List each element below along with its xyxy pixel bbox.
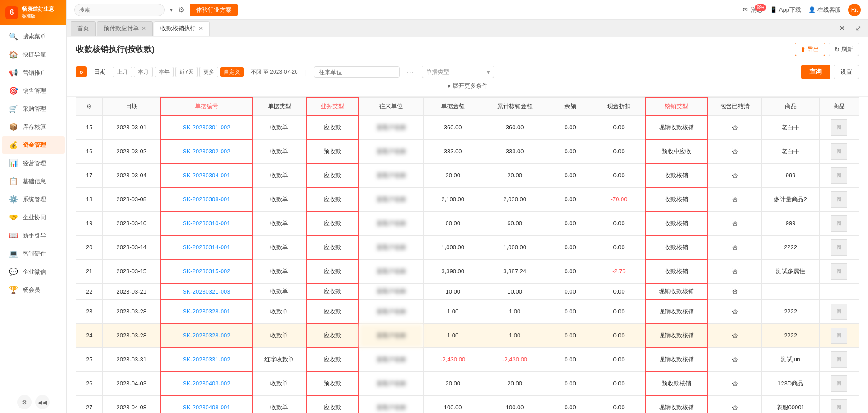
sidebar-item-enterprise[interactable]: 🤝 企业协同 [2,209,65,226]
service-label: 在线客服 [817,6,841,14]
cell-voucher-no[interactable]: SK-20230331-002 [161,347,252,371]
voucher-no-link[interactable]: SK-20230315-002 [183,268,231,275]
date-btn-last-month[interactable]: 上月 [113,67,132,77]
date-btn-more[interactable]: 更多 [199,67,218,77]
tab-receipts[interactable]: 收款核销执行✕ [154,21,210,36]
cell-voucher-no[interactable]: SK-20230321-003 [161,283,252,299]
cell-voucher-type: 收款单 [252,299,307,323]
sidebar-item-finance[interactable]: 💰 资金管理 [2,136,65,154]
sidebar-collapse-btn[interactable]: ◀◀ [35,395,50,409]
sidebar-item-purchase[interactable]: 🛒 采购管理 [2,100,65,118]
cell-voucher-type: 收款单 [252,323,307,347]
voucher-no-link[interactable]: SK-20230308-001 [183,196,231,203]
cell-voucher-no[interactable]: SK-20230328-001 [161,299,252,323]
cell-voucher-no[interactable]: SK-20230308-001 [161,187,252,211]
logo-title: 畅康道好生意 [22,6,54,13]
goods-thumbnail-img: 图 [831,263,847,280]
voucher-no-link[interactable]: SK-20230331-002 [183,356,231,363]
cell-include-settled: 否 [708,371,761,395]
voucher-no-link[interactable]: SK-20230408-001 [183,404,231,411]
cell-date: 2023-03-08 [102,187,161,211]
cell-voucher-no[interactable]: SK-20230408-001 [161,395,252,413]
sidebar-item-sales[interactable]: 🎯 销售管理 [2,82,65,100]
topbar-search-input[interactable] [74,4,165,16]
cell-index: 25 [76,347,103,371]
voucher-no-link[interactable]: SK-20230302-002 [183,148,231,155]
query-btn[interactable]: 查询 [801,65,830,79]
voucher-type-select[interactable]: 单据类型 ▾ [422,66,494,78]
marketing-icon: 📢 [9,68,18,77]
date-btn-this-month[interactable]: 本月 [134,67,153,77]
solution-btn[interactable]: 体验行业方案 [190,4,238,16]
export-btn[interactable]: ⬆ 导出 [795,43,825,56]
date-btn-this-year[interactable]: 本年 [155,67,174,77]
refresh-btn[interactable]: ↻ 刷新 [829,43,859,56]
cell-partner: 某客户名称 [359,347,424,371]
voucher-no-link[interactable]: SK-20230304-001 [183,172,231,179]
sidebar-item-guide[interactable]: 📖 新手引导 [2,227,65,244]
search-icon: 🔍 [9,32,18,41]
cell-write-off-type: 现销收款核销 [645,115,708,139]
cell-voucher-no[interactable]: SK-20230302-002 [161,139,252,163]
cell-voucher-no[interactable]: SK-20230301-002 [161,115,252,139]
table-row: 212023-03-15SK-20230315-002收款单应收款某客户名称3,… [76,259,859,283]
partner-input[interactable] [314,66,400,78]
cell-voucher-no[interactable]: SK-20230304-001 [161,163,252,187]
cell-index: 16 [76,139,103,163]
voucher-no-link[interactable]: SK-20230321-003 [183,288,231,295]
cell-voucher-no[interactable]: SK-20230314-001 [161,235,252,259]
topbar-gear-icon[interactable]: ⚙ [178,5,184,14]
sidebar-item-hardware[interactable]: 💻 智能硬件 [2,245,65,262]
cell-write-off-type: 收款核销 [645,235,708,259]
voucher-no-link[interactable]: SK-20230314-001 [183,244,231,251]
tab-home[interactable]: 首页 [71,21,96,36]
filter-row: » 日期 上月 本月 本年 近7天 更多 自定义 不限 至 2023-07-26… [76,65,859,79]
col-header-index: ⚙ [76,97,103,115]
sidebar-item-basic[interactable]: 📋 基础信息 [2,172,65,190]
sidebar-item-system[interactable]: ⚙️ 系统管理 [2,190,65,208]
cell-include-settled: 否 [708,163,761,187]
date-btn-custom[interactable]: 自定义 [220,67,244,77]
tab-close-receipts[interactable]: ✕ [198,25,203,32]
voucher-no-link[interactable]: SK-20230310-001 [183,220,231,227]
sidebar-settings-btn[interactable]: ⚙ [17,395,32,409]
table-scroll[interactable]: ⚙日期单据编号单据类型业务类型往来单位单据金额累计核销金额余额现金折扣核销类型包… [76,97,859,413]
date-btn-7days[interactable]: 近7天 [175,67,198,77]
sidebar-item-inventory[interactable]: 📦 库存核算 [2,118,65,136]
user-avatar[interactable]: Rit [848,4,861,16]
purchase-icon: 🛒 [9,104,18,113]
settings-btn[interactable]: 设置 [834,65,859,79]
sidebar-item-search[interactable]: 🔍 搜索菜单 [2,28,65,45]
cell-voucher-no[interactable]: SK-20230310-001 [161,211,252,235]
sidebar-item-quicknav[interactable]: 🏠 快捷导航 [2,46,65,63]
expand-window-btn[interactable]: ⤢ [852,22,864,35]
cell-biz-type: 应收款 [306,395,358,413]
cell-voucher-type: 红字收款单 [252,347,307,371]
voucher-no-link[interactable]: SK-20230403-002 [183,380,231,387]
message-icon-area[interactable]: ✉ 99+ 消息 [743,6,763,14]
app-download-btn[interactable]: 📱 App下载 [770,6,801,14]
cell-voucher-no[interactable]: SK-20230315-002 [161,259,252,283]
filter-expand-btn[interactable]: » [76,66,87,77]
online-service-btn[interactable]: 👤 在线客服 [808,6,841,14]
voucher-no-link[interactable]: SK-20230301-002 [183,124,231,131]
cell-voucher-no[interactable]: SK-20230328-002 [161,323,252,347]
table-row: 272023-04-08SK-20230408-001收款单应收款某客户名称10… [76,395,859,413]
cell-include-settled: 否 [708,259,761,283]
cell-cash-discount: 0.00 [593,235,645,259]
sidebar-item-label-purchase: 采购管理 [23,105,46,113]
close-window-btn[interactable]: ✕ [835,22,848,35]
filter-expand-more-btn[interactable]: ▾ 展开更多条件 [448,82,488,90]
cell-index: 26 [76,371,103,395]
tab-close-prepay[interactable]: ✕ [142,25,146,32]
voucher-no-link[interactable]: SK-20230328-002 [183,332,231,339]
tab-prepay[interactable]: 预付款应付单✕ [97,21,153,36]
sidebar-item-operation[interactable]: 📊 经营管理 [2,154,65,172]
topbar-dropdown-btn[interactable]: ▾ [170,7,173,13]
voucher-no-link[interactable]: SK-20230328-001 [183,308,231,315]
sidebar-item-wechat[interactable]: 💬 企业微信 [2,263,65,280]
cell-voucher-no[interactable]: SK-20230403-002 [161,371,252,395]
cell-goods [761,283,820,299]
sidebar-item-marketing[interactable]: 📢 营销推广 [2,64,65,81]
sidebar-item-member[interactable]: 🏆 畅会员 [2,281,65,299]
